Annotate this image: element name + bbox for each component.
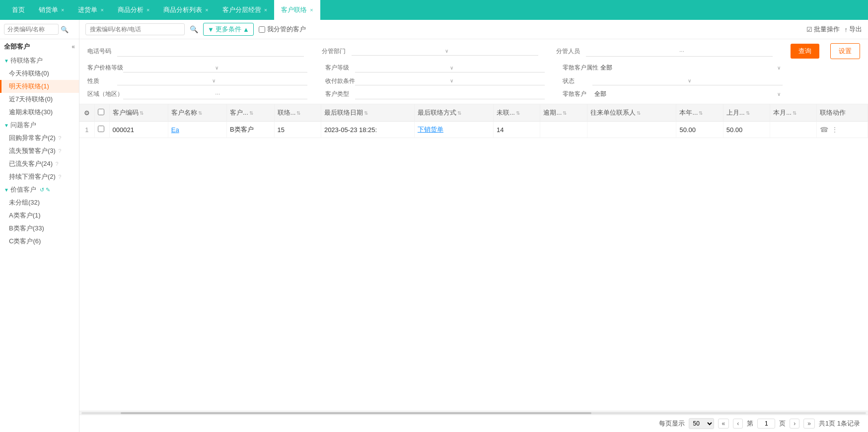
customer-level-dropdown[interactable]: ∨: [355, 64, 545, 72]
nav-product-analysis-list[interactable]: 商品分析列表 ×: [156, 0, 215, 20]
sidebar-item-b-class[interactable]: B类客户(33): [0, 222, 79, 235]
cell-last-contact-method[interactable]: 下销货单: [414, 122, 493, 138]
sidebar-item-today-contact[interactable]: 今天待联络(0): [0, 67, 79, 80]
all-customers-header[interactable]: 全部客户 «: [0, 39, 79, 54]
group-value-customers-label: 价值客户: [10, 185, 36, 194]
advanced-filter-panel: 电话号码 分管部门 ∨ 分管人员 ···: [79, 39, 868, 104]
sidebar-item-ungrouped[interactable]: 未分组(32): [0, 196, 79, 209]
sidebar-item-tomorrow-contact[interactable]: 明天待联络(1): [0, 80, 79, 93]
sidebar-item-overdue-contact[interactable]: 逾期未联络(30): [0, 106, 79, 119]
nav-purchase-order[interactable]: 进货单 ×: [71, 0, 110, 20]
sidebar-item-abnormal-repurchase[interactable]: 回购异常客户(2) ?: [0, 132, 79, 144]
cell-customer-type: B类客户: [226, 122, 274, 138]
page-unit: 页: [779, 419, 786, 428]
nav-home[interactable]: 首页: [5, 0, 32, 20]
scroll-thumb[interactable]: [121, 412, 591, 414]
nature-dropdown[interactable]: ∨: [117, 76, 307, 85]
first-page-button[interactable]: «: [718, 419, 729, 429]
sidebar-item-churned[interactable]: 已流失客户(24) ?: [0, 157, 79, 170]
dept-dropdown[interactable]: ∨: [352, 47, 538, 56]
table-row: 1 000021 Ea B类客户 15 2023-05-23 18:25: 下销…: [79, 122, 868, 138]
page-number-input[interactable]: [757, 419, 775, 429]
select-all-checkbox[interactable]: [98, 109, 104, 115]
col-checkbox-header[interactable]: [94, 104, 109, 122]
cell-overdue: [540, 122, 587, 138]
scattered-attr-dropdown[interactable]: ∨: [775, 64, 783, 72]
cell-checkbox[interactable]: [94, 122, 109, 138]
region-field: 区域（地区） ···: [87, 89, 307, 99]
sort-method-icon[interactable]: ⇅: [457, 110, 461, 116]
price-level-dropdown[interactable]: ∨: [123, 64, 307, 72]
col-unit-contact: 往来单位联系人 ⇅: [587, 104, 676, 122]
group-pending-contact[interactable]: ▼ 待联络客户: [0, 54, 79, 67]
scattered-customer-dropdown[interactable]: ∨: [775, 90, 783, 98]
customer-search-input[interactable]: [85, 23, 185, 35]
action-phone-icon[interactable]: ☎: [820, 126, 828, 134]
sort-type-icon[interactable]: ⇅: [249, 110, 253, 116]
nav-product-analysis-close[interactable]: ×: [146, 7, 149, 13]
cell-contact-count: 15: [274, 122, 321, 138]
settings-button[interactable]: 设置: [830, 43, 860, 59]
next-page-button[interactable]: ›: [790, 419, 799, 429]
sidebar-search-icon[interactable]: 🔍: [61, 26, 69, 33]
my-customers-checkbox[interactable]: [259, 26, 265, 33]
nav-customer-tier-close[interactable]: ×: [264, 7, 267, 13]
page-size-select[interactable]: 50 100 200: [689, 418, 714, 429]
group-problem-customers[interactable]: ▼ 问题客户: [0, 119, 79, 132]
sort-lmonth-icon[interactable]: ⇅: [746, 110, 750, 116]
sort-unreached-icon[interactable]: ⇅: [516, 110, 520, 116]
sort-year-icon[interactable]: ⇅: [699, 110, 703, 116]
last-page-button[interactable]: »: [803, 419, 815, 429]
sort-unit-icon[interactable]: ⇅: [637, 110, 641, 116]
nav-product-analysis[interactable]: 商品分析 ×: [111, 0, 156, 20]
sidebar-item-a-class[interactable]: A类客户(1): [0, 209, 79, 222]
nav-product-analysis-list-close[interactable]: ×: [205, 7, 208, 13]
prev-page-button[interactable]: ‹: [733, 419, 743, 429]
export-button[interactable]: ↑ 导出: [845, 25, 863, 34]
nav-customer-tier[interactable]: 客户分层经营 ×: [216, 0, 274, 20]
sort-date-icon[interactable]: ⇅: [364, 110, 368, 116]
sort-contact-icon[interactable]: ⇅: [296, 110, 300, 116]
nav-sales-order[interactable]: 销货单 ×: [32, 0, 71, 20]
nature-chevron-icon: ∨: [212, 78, 305, 83]
sidebar-item-churn-warning[interactable]: 流失预警客户(3) ?: [0, 144, 79, 157]
status-dropdown[interactable]: ∨: [592, 76, 783, 85]
nav-customer-contact[interactable]: 客户联络 ×: [274, 0, 320, 20]
col-settings[interactable]: ⚙: [79, 104, 94, 122]
payment-terms-dropdown[interactable]: ∨: [355, 76, 545, 85]
cell-customer-name[interactable]: Ea: [168, 122, 226, 138]
row-checkbox[interactable]: [98, 126, 104, 132]
edit-icon[interactable]: ✎: [46, 187, 50, 193]
sort-name-icon[interactable]: ⇅: [198, 110, 202, 116]
filter-row-2: 客户价格等级 ∨ 客户等级 ∨ 零散客户属性: [87, 62, 860, 73]
sidebar-item-c-class[interactable]: C类客户(6): [0, 235, 79, 248]
customer-search-button[interactable]: 🔍: [190, 25, 198, 33]
sidebar-search-input[interactable]: [4, 24, 59, 35]
group-value-customers[interactable]: ▼ 价值客户 ↺ ✎: [0, 183, 79, 196]
nav-sales-order-close[interactable]: ×: [61, 7, 64, 13]
help-icon-4: ?: [58, 174, 61, 180]
my-customers-filter[interactable]: 我分管的客户: [259, 25, 306, 34]
col-contact-count: 联络... ⇅: [274, 104, 321, 122]
refresh-icon[interactable]: ↺: [40, 187, 44, 193]
help-icon-3: ?: [55, 161, 58, 167]
batch-operation-button[interactable]: ☑ 批量操作: [806, 25, 840, 34]
sort-code-icon[interactable]: ⇅: [140, 110, 144, 116]
more-conditions-button[interactable]: ▼ 更多条件 ▲: [203, 23, 254, 36]
scattered-attr-label: 零散客户属性: [563, 64, 598, 72]
region-dropdown[interactable]: ···: [123, 89, 307, 99]
sidebar-item-7days-contact[interactable]: 近7天待联络(0): [0, 93, 79, 106]
sidebar-item-declining[interactable]: 持续下滑客户(2) ?: [0, 170, 79, 183]
action-grid-icon[interactable]: ⋮: [831, 126, 838, 134]
query-button[interactable]: 查询: [791, 44, 819, 59]
phone-input[interactable]: [117, 46, 304, 57]
horizontal-scrollbar[interactable]: [79, 411, 868, 415]
nav-customer-contact-close[interactable]: ×: [310, 7, 313, 13]
person-dropdown[interactable]: ···: [586, 46, 773, 57]
customer-type-input[interactable]: [355, 89, 545, 99]
dept-field: 分管部门 ∨: [322, 47, 538, 56]
sort-month-icon[interactable]: ⇅: [793, 110, 796, 116]
sort-overdue-icon[interactable]: ⇅: [563, 110, 567, 116]
help-icon-2: ?: [58, 148, 61, 154]
nav-purchase-order-close[interactable]: ×: [100, 7, 103, 13]
